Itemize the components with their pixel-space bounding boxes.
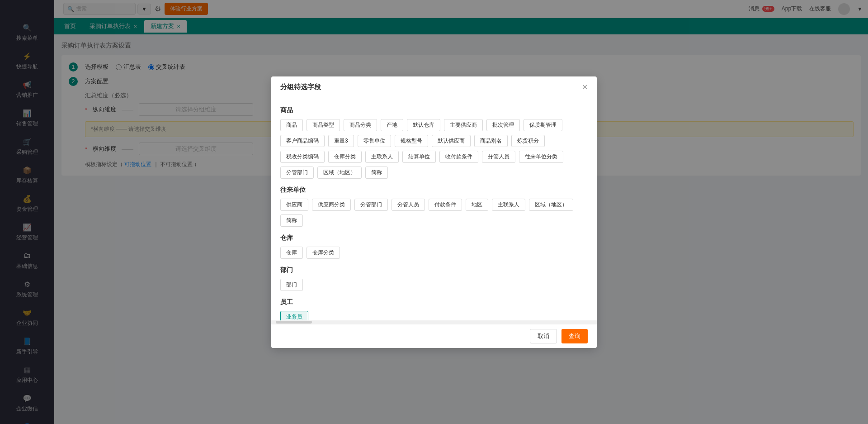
partner-group-title: 往来单位 [280, 186, 588, 194]
department-group-title: 部门 [280, 266, 588, 274]
cancel-button[interactable]: 取消 [530, 329, 557, 343]
field-tag-warehouse-category[interactable]: 仓库分类 [328, 151, 362, 163]
field-tag-settlement-unit[interactable]: 结算单位 [402, 151, 436, 163]
employee-group-title: 员工 [280, 298, 588, 306]
confirm-button[interactable]: 查询 [561, 329, 588, 343]
partner-tags: 供应商 供应商分类 分管部门 分管人员 付款条件 地区 主联系人 区域（地区） … [280, 199, 588, 227]
employee-tags: 业务员 [280, 311, 588, 320]
modal-footer: 取消 查询 [271, 324, 597, 348]
field-tag-area[interactable]: 地区 [466, 199, 488, 211]
modal-close-icon[interactable]: ✕ [582, 83, 588, 91]
field-tag-warehouse[interactable]: 仓库 [280, 247, 303, 259]
modal-overlay[interactable]: 分组待选字段 ✕ 商品 商品 商品类型 商品分类 产地 默认仓库 主要供应商 批… [0, 0, 868, 424]
product-tags: 商品 商品类型 商品分类 产地 默认仓库 主要供应商 批次管理 保质期管理 客户… [280, 119, 588, 179]
field-tag-product-category[interactable]: 商品分类 [344, 119, 377, 131]
field-tag-abbreviation-partner[interactable]: 简称 [280, 214, 303, 227]
field-tag-partner-category[interactable]: 往来单位分类 [519, 151, 563, 163]
field-tag-default-warehouse[interactable]: 默认仓库 [407, 119, 440, 131]
modal-body: 商品 商品 商品类型 商品分类 产地 默认仓库 主要供应商 批次管理 保质期管理… [271, 97, 597, 320]
field-tag-abbreviation-product[interactable]: 简称 [365, 167, 388, 179]
field-select-modal: 分组待选字段 ✕ 商品 商品 商品类型 商品分类 产地 默认仓库 主要供应商 批… [271, 76, 597, 348]
warehouse-tags: 仓库 仓库分类 [280, 247, 588, 259]
field-tag-region-partner[interactable]: 区域（地区） [529, 199, 573, 211]
department-tags: 部门 [280, 279, 588, 291]
field-tag-region-product[interactable]: 区域（地区） [317, 167, 362, 179]
field-tag-retail-unit[interactable]: 零售单位 [358, 135, 391, 147]
field-tag-expiry-management[interactable]: 保质期管理 [524, 119, 562, 131]
field-tag-product-alias[interactable]: 商品别名 [474, 135, 508, 147]
modal-hscroll-thumb [276, 321, 312, 324]
field-group-employee: 员工 业务员 [280, 298, 588, 320]
field-tag-default-supplier[interactable]: 默认供应商 [432, 135, 471, 147]
field-tag-supervisor[interactable]: 分管人员 [482, 151, 515, 163]
field-tag-dept-partner[interactable]: 分管部门 [354, 199, 388, 211]
field-tag-main-contact[interactable]: 主联系人 [365, 151, 399, 163]
modal-header: 分组待选字段 ✕ [271, 76, 597, 97]
field-tag-product[interactable]: 商品 [280, 119, 303, 131]
field-tag-origin[interactable]: 产地 [381, 119, 403, 131]
field-tag-payment-terms[interactable]: 收付款条件 [439, 151, 478, 163]
field-tag-weight3[interactable]: 重量3 [328, 135, 354, 147]
field-tag-supplier[interactable]: 供应商 [280, 199, 308, 211]
modal-title: 分组待选字段 [280, 83, 321, 91]
field-tag-batch-management[interactable]: 批次管理 [486, 119, 520, 131]
field-group-warehouse: 仓库 仓库 仓库分类 [280, 234, 588, 259]
field-tag-department[interactable]: 部门 [280, 279, 303, 291]
field-tag-person-partner[interactable]: 分管人员 [392, 199, 425, 211]
field-group-product: 商品 商品 商品类型 商品分类 产地 默认仓库 主要供应商 批次管理 保质期管理… [280, 106, 588, 179]
field-tag-payment-condition[interactable]: 付款条件 [429, 199, 462, 211]
field-tag-product-type[interactable]: 商品类型 [307, 119, 340, 131]
field-tag-main-supplier[interactable]: 主要供应商 [444, 119, 483, 131]
field-group-department: 部门 部门 [280, 266, 588, 291]
field-tag-tax-code[interactable]: 税收分类编码 [280, 151, 325, 163]
field-tag-spec-model[interactable]: 规格型号 [395, 135, 428, 147]
field-tag-refine-points[interactable]: 炼货积分 [511, 135, 545, 147]
modal-horizontal-scrollbar[interactable] [271, 320, 597, 324]
field-tag-salesperson[interactable]: 业务员 [280, 311, 308, 320]
field-tag-customer-product-code[interactable]: 客户商品编码 [280, 135, 325, 147]
product-group-title: 商品 [280, 106, 588, 114]
field-tag-main-contact-partner[interactable]: 主联系人 [492, 199, 525, 211]
field-group-partner: 往来单位 供应商 供应商分类 分管部门 分管人员 付款条件 地区 主联系人 区域… [280, 186, 588, 227]
field-tag-warehouse-type[interactable]: 仓库分类 [307, 247, 340, 259]
field-tag-supervise-dept[interactable]: 分管部门 [280, 167, 314, 179]
warehouse-group-title: 仓库 [280, 234, 588, 242]
field-tag-supplier-category[interactable]: 供应商分类 [312, 199, 351, 211]
